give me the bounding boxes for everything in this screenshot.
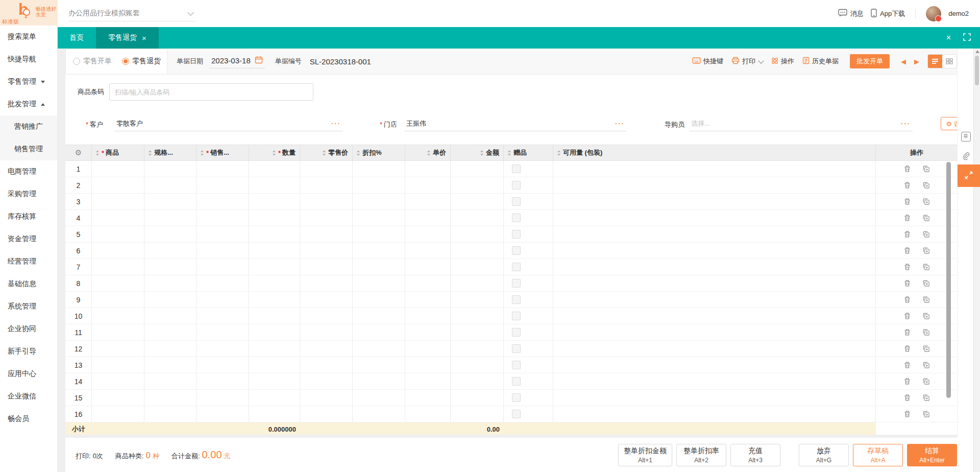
sidebar-item[interactable]: 营销推广: [0, 115, 57, 138]
gift-checkbox[interactable]: [512, 361, 521, 369]
footer-button[interactable]: 结算Alt+Enter: [907, 444, 957, 466]
close-icon[interactable]: [142, 34, 146, 42]
gift-checkbox[interactable]: [512, 164, 521, 173]
row-cell[interactable]: [353, 226, 405, 243]
row-cell[interactable]: [300, 390, 353, 406]
more-dots-icon[interactable]: [615, 120, 625, 127]
row-cell[interactable]: [553, 210, 876, 226]
row-cell[interactable]: [405, 210, 451, 226]
fullscreen-icon[interactable]: [963, 33, 971, 42]
gift-checkbox[interactable]: [512, 328, 521, 337]
row-cell[interactable]: [353, 177, 405, 194]
copy-icon[interactable]: [922, 263, 930, 271]
gift-checkbox[interactable]: [512, 393, 521, 402]
row-cell[interactable]: [553, 341, 876, 357]
row-cell[interactable]: [197, 390, 249, 406]
row-cell[interactable]: [249, 324, 300, 341]
row-cell[interactable]: [92, 324, 144, 341]
card-view-button[interactable]: [942, 55, 957, 68]
trash-icon[interactable]: [903, 198, 911, 205]
row-cell[interactable]: [504, 373, 553, 390]
store-field[interactable]: 王振伟: [404, 116, 627, 131]
row-cell[interactable]: [144, 308, 197, 324]
row-cell[interactable]: [92, 373, 144, 390]
trash-icon[interactable]: [903, 230, 911, 238]
row-cell[interactable]: [249, 226, 300, 243]
row-cell[interactable]: [249, 243, 300, 259]
row-cell[interactable]: [353, 243, 405, 259]
row-cell[interactable]: [300, 161, 353, 177]
row-cell[interactable]: [144, 243, 197, 259]
row-cell[interactable]: [197, 373, 249, 390]
row-cell[interactable]: [92, 161, 144, 177]
gift-checkbox[interactable]: [512, 312, 521, 320]
row-cell[interactable]: [504, 357, 553, 373]
row-cell[interactable]: [249, 161, 300, 177]
sidebar-item[interactable]: 销售管理: [0, 138, 57, 160]
row-cell[interactable]: [405, 177, 451, 194]
copy-icon[interactable]: [922, 328, 930, 336]
copy-icon[interactable]: [922, 361, 930, 369]
gift-checkbox[interactable]: [512, 279, 521, 288]
row-cell[interactable]: [144, 177, 197, 194]
row-cell[interactable]: [249, 406, 300, 422]
sidebar-item[interactable]: 资金管理: [0, 228, 57, 250]
row-cell[interactable]: [249, 373, 300, 390]
row-cell[interactable]: [405, 373, 451, 390]
row-cell[interactable]: [300, 259, 353, 275]
gift-checkbox[interactable]: [512, 197, 521, 206]
row-cell[interactable]: [451, 210, 504, 226]
row-cell[interactable]: [353, 390, 405, 406]
sidebar-item[interactable]: 库存核算: [0, 205, 57, 228]
gift-checkbox[interactable]: [512, 230, 521, 239]
row-cell[interactable]: [405, 406, 451, 422]
row-cell[interactable]: [249, 210, 300, 226]
trash-icon[interactable]: [903, 181, 911, 189]
sidebar-item[interactable]: 批发管理: [0, 93, 57, 115]
scrollbar-thumb[interactable]: [975, 56, 979, 85]
copy-icon[interactable]: [922, 165, 930, 173]
row-cell[interactable]: [249, 292, 300, 308]
copy-icon[interactable]: [922, 345, 930, 352]
row-cell[interactable]: [451, 308, 504, 324]
print-button[interactable]: 打印: [731, 57, 763, 66]
sidebar-item[interactable]: 企业协同: [0, 318, 57, 340]
sort-icon[interactable]: [149, 150, 152, 156]
sidebar-item[interactable]: 新手引导: [0, 340, 57, 363]
row-cell[interactable]: [92, 341, 144, 357]
row-cell[interactable]: [144, 194, 197, 210]
copy-icon[interactable]: [922, 377, 930, 385]
row-cell[interactable]: [405, 357, 451, 373]
row-cell[interactable]: [197, 194, 249, 210]
more-dots-icon[interactable]: [901, 120, 911, 127]
sidebar-item[interactable]: 搜索菜单: [0, 26, 57, 48]
copy-icon[interactable]: [922, 247, 930, 254]
row-cell[interactable]: [504, 406, 553, 422]
row-cell[interactable]: [92, 390, 144, 406]
row-cell[interactable]: [249, 194, 300, 210]
row-cell[interactable]: [405, 161, 451, 177]
row-cell[interactable]: [92, 259, 144, 275]
row-cell[interactable]: [92, 210, 144, 226]
tab-item[interactable]: 零售退货: [96, 27, 159, 49]
row-cell[interactable]: [300, 357, 353, 373]
wholesale-bill-button[interactable]: 批发开单: [850, 54, 890, 68]
row-cell[interactable]: [451, 226, 504, 243]
gift-checkbox[interactable]: [512, 181, 521, 190]
gift-checkbox[interactable]: [512, 344, 521, 353]
sidebar-item[interactable]: 企业微信: [0, 385, 57, 408]
list-view-button[interactable]: [928, 55, 942, 68]
row-cell[interactable]: [92, 275, 144, 292]
row-cell[interactable]: [553, 161, 876, 177]
row-cell[interactable]: [144, 373, 197, 390]
row-cell[interactable]: [553, 308, 876, 324]
more-dots-icon[interactable]: [331, 120, 341, 127]
tab-item[interactable]: 首页: [57, 27, 96, 49]
row-cell[interactable]: [197, 406, 249, 422]
row-cell[interactable]: [553, 373, 876, 390]
sort-icon[interactable]: [201, 150, 204, 156]
row-cell[interactable]: [92, 292, 144, 308]
row-cell[interactable]: [197, 177, 249, 194]
radio-retail-return[interactable]: 零售退货: [122, 57, 161, 66]
row-cell[interactable]: [249, 308, 300, 324]
